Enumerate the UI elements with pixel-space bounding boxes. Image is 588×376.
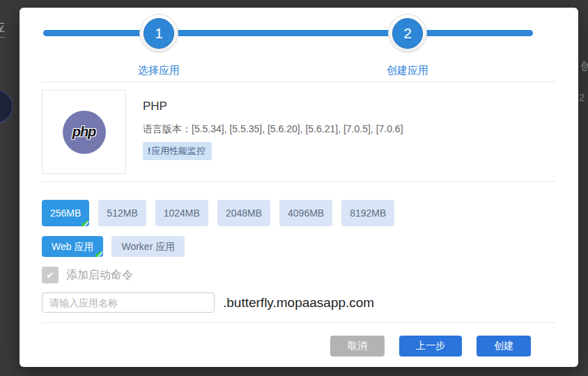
background-partial-text: 2 [579,91,585,103]
php-logo-text: php [72,124,96,140]
startup-command-checkbox[interactable]: ✔ [42,267,59,283]
app-language-versions: 语言版本：[5.5.34], [5.5.35], [5.6.20], [5.6.… [143,123,403,136]
startup-command-label: 添加启动命令 [66,268,133,283]
php-logo-icon: php [63,111,106,154]
stepper-progress-bar [43,30,533,36]
check-icon: ✔ [46,269,54,281]
memory-option-label: 1024MB [164,207,200,219]
app-name-row: .butterfly.mopaasapp.com [42,292,374,313]
create-button[interactable]: 创建 [477,336,531,357]
memory-size-options: 256MB ✔ 512MB 1024MB 2048MB 4096MB 8192M… [42,200,394,226]
step-1-label: 选择应用 [117,64,201,77]
background-avatar-circle [0,89,13,124]
memory-option-label: 4096MB [288,207,324,219]
divider [42,322,556,323]
app-type-web[interactable]: Web 应用 ✔ [42,236,103,257]
memory-option-8192mb[interactable]: 8192MB [341,200,394,226]
step-1-indicator: 1 [139,14,178,53]
performance-monitor-label: 应用性能监控 [151,146,206,156]
background-partial-text: 创 [580,60,588,73]
app-type-worker[interactable]: Worker 应用 [111,236,185,257]
memory-option-1024mb[interactable]: 1024MB [155,200,208,226]
divider [42,81,556,82]
previous-step-button[interactable]: 上一步 [399,336,462,357]
app-name-input[interactable] [42,292,215,313]
app-title: PHP [143,100,167,113]
step-2-label: 创建应用 [366,64,449,77]
step-2-number: 2 [392,18,423,49]
cancel-button[interactable]: 取消 [330,336,385,357]
check-icon: ✔ [95,249,104,259]
memory-option-256mb[interactable]: 256MB ✔ [42,200,89,226]
app-type-label: Web 应用 [52,241,93,252]
memory-option-label: 256MB [50,207,81,219]
check-icon: ✔ [81,218,90,228]
step-1-number: 1 [144,18,174,49]
app-logo-box: php [42,90,126,174]
performance-monitor-badge: !应用性能监控 [143,142,212,160]
domain-suffix: .butterfly.mopaasapp.com [223,295,374,311]
memory-option-2048mb[interactable]: 2048MB [217,200,270,226]
app-type-options: Web 应用 ✔ Worker 应用 [42,236,185,257]
dialog-footer: 取消 上一步 创建 [330,336,531,357]
background-partial-text: 应 [0,21,5,38]
memory-option-512mb[interactable]: 512MB [98,200,146,226]
memory-option-4096mb[interactable]: 4096MB [279,200,332,226]
startup-command-row: ✔ 添加启动命令 [42,267,133,283]
app-type-label: Worker 应用 [121,241,175,252]
step-2-indicator: 2 [388,14,427,53]
memory-option-label: 8192MB [350,207,386,219]
memory-option-label: 512MB [107,207,137,219]
divider [42,181,556,182]
memory-option-label: 2048MB [226,207,262,219]
create-app-dialog: 1 2 选择应用 创建应用 php PHP 语言版本：[5.5.34], [5.… [20,8,578,367]
exclamation-icon: ! [148,146,150,156]
